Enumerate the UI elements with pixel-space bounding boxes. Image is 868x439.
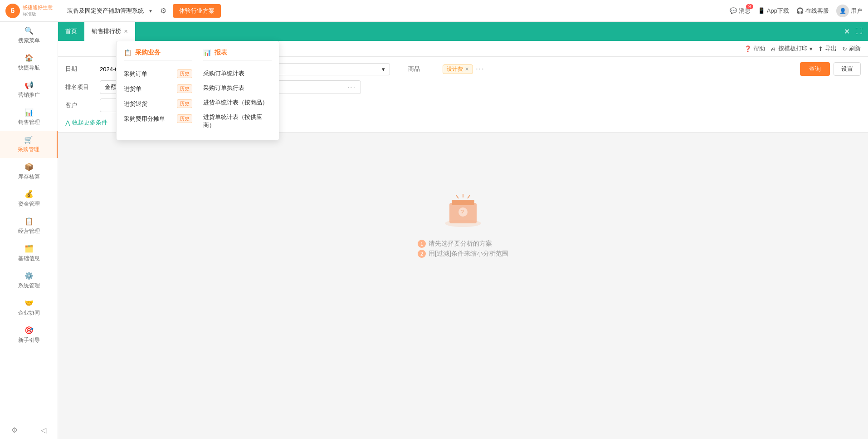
tab-sales-ranking-label: 销售排行榜 xyxy=(92,27,121,35)
menu-item-receipt[interactable]: 进货单 历史 xyxy=(124,81,192,96)
export-button[interactable]: ⬆ 导出 xyxy=(818,44,837,53)
sidebar-item-collaboration[interactable]: 🤝 企业协同 xyxy=(0,294,58,321)
sidebar-item-search[interactable]: 🔍 搜索菜单 xyxy=(0,22,58,49)
hint-text-2: 用[过滤]条件来缩小分析范围 xyxy=(429,250,508,258)
purchase-section-label: 采购业务 xyxy=(135,49,161,57)
customer-filter-label: 客户 xyxy=(65,101,93,109)
notification-button[interactable]: 💬 消息 9 xyxy=(730,7,751,15)
system-dropdown-button[interactable]: ▾ xyxy=(147,7,154,15)
staff-more-dots[interactable]: ··· xyxy=(347,83,356,91)
menu-item-label-purchase-order: 采购订单 xyxy=(124,70,147,78)
print-button[interactable]: 🖨 按模板打印 ▾ xyxy=(770,44,813,53)
goods-more-dots[interactable]: ··· xyxy=(476,65,484,73)
purchase-business-section: 📋 采购业务 采购订单 历史 进货单 历史 进货退货 历史 xyxy=(124,49,192,133)
sidebar-label-guide: 新手引导 xyxy=(18,336,40,344)
refresh-label: 刷新 xyxy=(849,44,861,53)
sidebar-label-finance: 资金管理 xyxy=(18,200,40,208)
top-bar-right: 💬 消息 9 📱 App下载 🎧 在线客服 👤 用户 xyxy=(730,5,863,17)
sidebar: 🔍 搜索菜单 🏠 快捷导航 📢 营销推广 📊 销售管理 🛒 采购管理 📦 xyxy=(0,22,58,439)
hint-bullet-2: 2 xyxy=(418,250,426,258)
sidebar-item-finance[interactable]: 💰 资金管理 xyxy=(0,185,58,212)
settings-button[interactable]: 设置 xyxy=(834,62,861,76)
menu-item-label-receipt-stats-goods: 进货单统计表（按商品） xyxy=(203,99,268,107)
tab-sales-ranking[interactable]: 销售排行榜 ✕ xyxy=(84,22,135,41)
goods-filter-label: 商品 xyxy=(408,65,435,73)
sidebar-collapse-button[interactable]: ◁ xyxy=(41,426,46,434)
sidebar-item-operations[interactable]: 📋 经营管理 xyxy=(0,212,58,240)
collapse-label: 收起更多条件 xyxy=(72,118,107,127)
export-icon: ⬆ xyxy=(818,45,823,52)
industry-solution-button[interactable]: 体验行业方案 xyxy=(173,4,221,18)
sidebar-label-quicknav: 快捷导航 xyxy=(18,64,40,72)
sidebar-label-basicinfo: 基础信息 xyxy=(18,255,40,262)
report-section-title: 📊 报表 xyxy=(203,49,272,61)
tab-home[interactable]: 首页 xyxy=(58,22,84,41)
system-title: 装备及固定资产辅助管理系统 xyxy=(67,7,144,15)
sidebar-item-quicknav[interactable]: 🏠 快捷导航 xyxy=(0,49,58,76)
tab-expand-button[interactable]: ⛶ xyxy=(853,25,864,37)
tab-close-icon[interactable]: ✕ xyxy=(124,29,128,35)
menu-item-return[interactable]: 进货退货 历史 xyxy=(124,96,192,111)
goods-tag-close[interactable]: ✕ xyxy=(465,66,469,72)
staff-input[interactable]: ··· xyxy=(270,80,361,94)
operations-icon: 📋 xyxy=(24,217,34,226)
app-download-label: App下载 xyxy=(767,7,789,15)
app-download-button[interactable]: 📱 App下载 xyxy=(758,7,789,15)
rank-filter-label: 排名项目 xyxy=(65,83,93,91)
print-dropdown-icon: ▾ xyxy=(809,45,813,52)
sidebar-label-purchase: 采购管理 xyxy=(18,146,39,153)
help-label: 帮助 xyxy=(753,44,765,53)
app-logo-icon: 6 xyxy=(5,4,20,18)
sidebar-item-purchase[interactable]: 🛒 采购管理 xyxy=(0,131,58,158)
app-container: 6 畅捷通好生意 标准版 装备及固定资产辅助管理系统 ▾ ⚙ 体验行业方案 💬 … xyxy=(0,0,868,439)
headset-icon: 🎧 xyxy=(796,7,804,14)
refresh-icon: ↻ xyxy=(842,45,847,52)
svg-line-5 xyxy=(456,195,458,198)
online-service-button[interactable]: 🎧 在线客服 xyxy=(796,7,829,15)
top-bar-middle: 装备及固定资产辅助管理系统 ▾ ⚙ 体验行业方案 xyxy=(63,4,730,18)
menu-item-label-po-exec: 采购订单执行表 xyxy=(203,84,244,92)
sidebar-item-sales[interactable]: 📊 销售管理 xyxy=(0,104,58,131)
report-section-icon: 📊 xyxy=(203,49,211,56)
action-buttons: 查询 设置 xyxy=(800,62,861,76)
tab-home-label: 首页 xyxy=(65,27,77,35)
online-service-label: 在线客服 xyxy=(805,7,829,15)
sidebar-item-system[interactable]: ⚙️ 系统管理 xyxy=(0,267,58,294)
sidebar-item-inventory[interactable]: 📦 库存核算 xyxy=(0,158,58,185)
sidebar-bottom: ⚙ ◁ xyxy=(0,421,58,439)
menu-item-cost-allocation[interactable]: 采购费用分摊单 历史 xyxy=(124,111,192,126)
export-label: 导出 xyxy=(825,44,837,53)
message-icon: 💬 xyxy=(730,7,737,14)
hint-bullet-1: 1 xyxy=(418,240,426,248)
user-menu-button[interactable]: 👤 用户 xyxy=(836,5,863,17)
refresh-button[interactable]: ↻ 刷新 xyxy=(842,44,861,53)
help-button[interactable]: ❓ 帮助 xyxy=(744,44,765,53)
sidebar-item-guide[interactable]: 🎯 新手引导 xyxy=(0,321,58,349)
menu-item-purchase-order-exec[interactable]: 采购订单执行表 xyxy=(203,81,272,95)
purchase-dropdown-menu: 📋 采购业务 采购订单 历史 进货单 历史 进货退货 历史 xyxy=(116,41,279,140)
purchase-order-history-badge: 历史 xyxy=(177,69,192,78)
print-icon: 🖨 xyxy=(770,45,776,52)
voucher-status-input[interactable]: ▾ xyxy=(272,63,390,75)
menu-item-purchase-order[interactable]: 采购订单 历史 xyxy=(124,66,192,81)
menu-item-purchase-order-stats[interactable]: 采购订单统计表 xyxy=(203,66,272,81)
svg-text:?: ? xyxy=(460,208,464,216)
return-history-badge: 历史 xyxy=(177,99,192,108)
purchase-business-title: 📋 采购业务 xyxy=(124,49,192,61)
query-button[interactable]: 查询 xyxy=(800,62,830,76)
tab-close-button[interactable]: ✕ xyxy=(842,25,852,38)
collapse-icon: ⋀ xyxy=(65,119,70,126)
inventory-icon: 📦 xyxy=(24,163,34,171)
settings-gear-button[interactable]: ⚙ xyxy=(157,5,169,16)
basicinfo-icon: 🗂️ xyxy=(24,244,34,253)
goods-filter-area: 设计费 ✕ ··· xyxy=(443,64,484,74)
megaphone-icon: 📢 xyxy=(24,81,34,89)
sidebar-item-marketing[interactable]: 📢 营销推广 xyxy=(0,76,58,104)
sidebar-settings-button[interactable]: ⚙ xyxy=(11,426,18,434)
sidebar-label-sales: 销售管理 xyxy=(18,118,40,126)
guide-icon: 🎯 xyxy=(24,326,34,335)
menu-item-receipt-stats-supplier[interactable]: 进货单统计表（按供应商） xyxy=(203,110,272,133)
purchase-section-icon: 📋 xyxy=(124,49,132,56)
sidebar-item-basicinfo[interactable]: 🗂️ 基础信息 xyxy=(0,240,58,267)
menu-item-receipt-stats-goods[interactable]: 进货单统计表（按商品） xyxy=(203,95,272,110)
